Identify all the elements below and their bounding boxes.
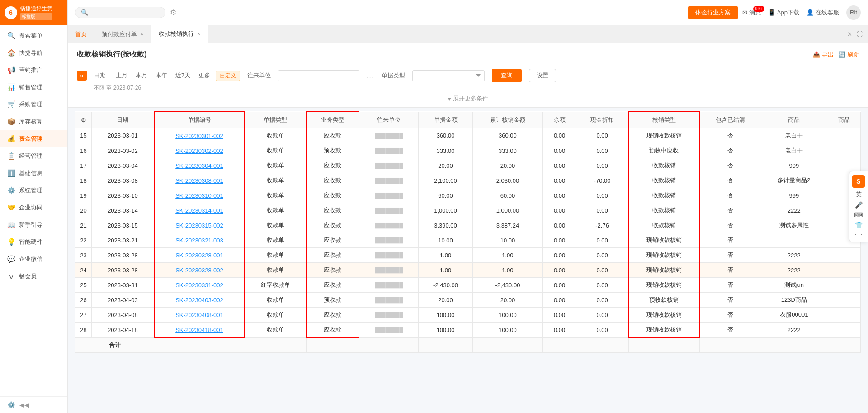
sidebar-item-operations[interactable]: 📋 经营管理	[0, 147, 67, 165]
floating-grid-icon[interactable]: ⋮⋮	[852, 231, 865, 238]
filter-expand-btn[interactable]: »	[77, 71, 87, 81]
col-cancel-type[interactable]: 核销类型	[628, 112, 699, 128]
sidebar-item-search[interactable]: 🔍 搜索菜单	[0, 27, 67, 44]
sidebar-item-vip[interactable]: V 畅会员	[0, 268, 67, 285]
export-label: 导出	[822, 51, 834, 59]
date-custom-btn[interactable]: 自定义	[216, 71, 240, 81]
doc-no-link[interactable]: SK-20230314-001	[175, 207, 223, 214]
search-icon: 🔍	[7, 32, 15, 40]
cell-product2	[827, 248, 861, 263]
doc-no-link[interactable]: SK-20230331-002	[175, 282, 223, 289]
col-balance[interactable]: 余额	[543, 112, 576, 128]
doc-no-link[interactable]: SK-20230403-002	[175, 297, 223, 304]
sidebar-item-wechat[interactable]: 💬 企业微信	[0, 251, 67, 268]
tab-collection[interactable]: 收款核销执行 ✕	[151, 25, 208, 43]
col-cum-amount[interactable]: 累计核销金额	[472, 112, 543, 128]
cell-discount: 0.00	[576, 263, 628, 278]
date-last-month[interactable]: 上月	[113, 71, 130, 81]
cell-discount: 0.00	[576, 278, 628, 293]
doc-no-link[interactable]: SK-20230328-001	[175, 252, 223, 259]
tab-prepayment-close[interactable]: ✕	[140, 31, 144, 37]
avatar[interactable]: Rit	[846, 5, 861, 20]
sidebar-item-quicknav[interactable]: 🏠 快捷导航	[0, 44, 67, 62]
cell-biz-type: 应收款	[307, 248, 359, 263]
sidebar-item-marketing[interactable]: 📢 营销推广	[0, 62, 67, 79]
sidebar-item-inventory[interactable]: 📦 库存核算	[0, 113, 67, 130]
cell-product: 999	[761, 188, 827, 203]
col-date[interactable]: 日期	[92, 112, 154, 128]
sidebar-item-guide[interactable]: 📖 新手引导	[0, 216, 67, 233]
doc-no-link[interactable]: SK-20230308-001	[175, 177, 223, 184]
floating-shirt-icon[interactable]: 👕	[855, 221, 863, 228]
floating-brand[interactable]: S	[852, 175, 865, 188]
doc-no-link[interactable]: SK-20230321-003	[175, 237, 223, 244]
col-included[interactable]: 包含已结清	[699, 112, 761, 128]
collapse-icon[interactable]: ◀◀	[19, 401, 29, 408]
doc-no-link[interactable]: SK-20230408-001	[175, 312, 223, 318]
sidebar-item-enterprise[interactable]: 🤝 企业协同	[0, 199, 67, 216]
floating-text-icon[interactable]: 英	[856, 190, 862, 199]
sidebar-item-purchase[interactable]: 🛒 采购管理	[0, 96, 67, 113]
doc-no-link[interactable]: SK-20230301-002	[175, 133, 223, 139]
doc-no-link[interactable]: SK-20230304-001	[175, 162, 223, 169]
col-doc-no[interactable]: 单据编号	[154, 112, 245, 128]
col-settings[interactable]: ⚙	[75, 112, 92, 128]
topbar-search[interactable]: 🔍	[75, 7, 165, 18]
cell-included: 否	[699, 188, 761, 203]
doc-type-select[interactable]	[412, 70, 485, 81]
partner-label: 往来单位	[247, 71, 271, 80]
col-product2[interactable]: 商品	[827, 112, 861, 128]
col-partner[interactable]: 往来单位	[359, 112, 419, 128]
sidebar-item-hardware[interactable]: 💡 智能硬件	[0, 233, 67, 251]
cell-amount: 1.00	[419, 248, 472, 263]
tab-prepayment[interactable]: 预付款应付单 ✕	[94, 25, 151, 43]
tab-collection-close[interactable]: ✕	[197, 31, 201, 37]
date-this-year[interactable]: 本年	[153, 71, 170, 81]
date-7days[interactable]: 近7天	[173, 71, 193, 81]
col-discount[interactable]: 现金折扣	[576, 112, 628, 128]
cell-date: 2023-03-28	[92, 263, 154, 278]
doc-no-link[interactable]: SK-20230328-002	[175, 267, 223, 274]
partner-input[interactable]	[278, 70, 359, 81]
cell-doc-type: 收款单	[245, 188, 307, 203]
cell-discount: 0.00	[576, 158, 628, 173]
gear-icon[interactable]: ⚙	[170, 8, 176, 17]
floating-keyboard-icon[interactable]: ⌨	[854, 211, 863, 218]
col-amount[interactable]: 单据金额	[419, 112, 472, 128]
cell-cum-amount: 100.00	[472, 323, 543, 338]
industry-btn[interactable]: 体验行业方案	[688, 6, 738, 19]
floating-mic-icon[interactable]: 🎤	[855, 201, 863, 209]
col-biz-type[interactable]: 业务类型	[307, 112, 359, 128]
tab-close-all-icon[interactable]: ✕	[847, 31, 852, 38]
col-product[interactable]: 商品	[761, 112, 827, 128]
marketing-icon: 📢	[7, 66, 15, 74]
tab-home[interactable]: 首页	[68, 25, 94, 43]
summary-doc-no	[154, 337, 245, 352]
export-btn[interactable]: 📤 导出	[813, 51, 834, 59]
doc-no-link[interactable]: SK-20230302-002	[175, 147, 223, 154]
sidebar-item-label: 资金管理	[19, 135, 42, 143]
settings-footer-icon[interactable]: ⚙️	[7, 401, 15, 408]
cell-product2	[827, 278, 861, 293]
service-btn[interactable]: 👤 在线客服	[807, 9, 839, 17]
col-doc-type[interactable]: 单据类型	[245, 112, 307, 128]
logo-icon: 6	[5, 6, 17, 19]
settings-btn[interactable]: 设置	[529, 69, 556, 82]
tab-expand-icon[interactable]: ⛶	[857, 31, 863, 38]
date-this-month[interactable]: 本月	[133, 71, 150, 81]
expand-more-btn[interactable]: ▾ 展开更多条件	[448, 95, 488, 103]
sidebar-item-finance[interactable]: 💰 资金管理	[0, 130, 67, 147]
query-btn[interactable]: 查询	[492, 69, 522, 82]
doc-no-link[interactable]: SK-20230310-001	[175, 192, 223, 199]
date-more[interactable]: 更多	[196, 71, 213, 81]
msg-btn[interactable]: ✉ 消息 99+	[742, 9, 761, 17]
app-download-btn[interactable]: 📱 App下载	[768, 9, 799, 17]
sidebar-item-basic[interactable]: ℹ️ 基础信息	[0, 165, 67, 182]
cell-product: 衣服00001	[761, 308, 827, 323]
doc-no-link[interactable]: SK-20230315-002	[175, 222, 223, 229]
refresh-btn[interactable]: 🔄 刷新	[838, 51, 859, 59]
doc-no-link[interactable]: SK-20230418-001	[175, 327, 223, 333]
table-row: 23 2023-03-28 SK-20230328-001 收款单 应收款 ██…	[75, 248, 861, 263]
sidebar-item-sales[interactable]: 📊 销售管理	[0, 79, 67, 96]
sidebar-item-system[interactable]: ⚙️ 系统管理	[0, 182, 67, 199]
